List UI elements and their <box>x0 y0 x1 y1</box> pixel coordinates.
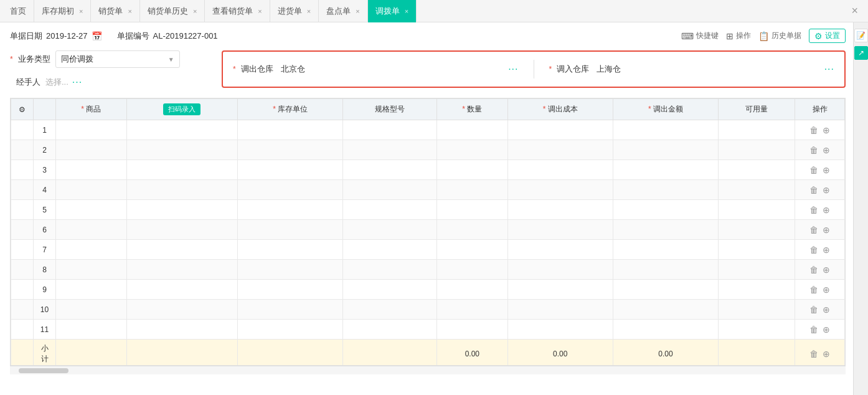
row-copy-icon[interactable]: ⊕ <box>823 265 830 275</box>
row-delete-icon[interactable]: 🗑 <box>809 245 818 255</box>
row-cost-cell[interactable] <box>507 220 613 240</box>
row-delete-icon[interactable]: 🗑 <box>809 305 818 315</box>
history-btn[interactable]: 📋 历史单据 <box>758 31 801 41</box>
shortcut-btn[interactable]: ⌨ 快捷键 <box>681 31 719 41</box>
row-cost-cell[interactable] <box>507 300 613 320</box>
tab-purchase-order-close[interactable]: × <box>307 7 311 15</box>
row-delete-icon[interactable]: 🗑 <box>809 325 818 335</box>
row-unit-cell[interactable] <box>238 300 343 320</box>
row-quantity-cell[interactable] <box>437 280 508 300</box>
operation-btn[interactable]: ⊞ 操作 <box>726 31 751 41</box>
row-copy-icon[interactable]: ⊕ <box>823 185 830 195</box>
row-copy-icon[interactable]: ⊕ <box>823 245 830 255</box>
handler-select[interactable]: 选择... ··· <box>45 74 139 90</box>
row-spec-cell[interactable] <box>343 120 437 140</box>
subtotal-delete-icon[interactable]: 🗑 <box>809 349 818 359</box>
row-product-cell[interactable] <box>56 240 127 260</box>
row-delete-icon[interactable]: 🗑 <box>809 225 818 235</box>
row-unit-cell[interactable] <box>238 140 343 160</box>
row-copy-icon[interactable]: ⊕ <box>823 225 830 235</box>
row-copy-icon[interactable]: ⊕ <box>823 125 830 135</box>
row-amount-cell[interactable] <box>613 300 718 320</box>
row-cost-cell[interactable] <box>507 260 613 280</box>
horizontal-scrollbar[interactable] <box>19 368 68 373</box>
row-amount-cell[interactable] <box>613 320 718 340</box>
row-spec-cell[interactable] <box>343 160 437 180</box>
row-cost-cell[interactable] <box>507 320 613 340</box>
row-unit-cell[interactable] <box>238 220 343 240</box>
row-cost-cell[interactable] <box>507 180 613 200</box>
row-delete-icon[interactable]: 🗑 <box>809 205 818 215</box>
row-amount-cell[interactable] <box>613 160 718 180</box>
row-cost-cell[interactable] <box>507 160 613 180</box>
settings-btn[interactable]: ⚙ 设置 <box>809 29 846 43</box>
tab-transfer-order[interactable]: 调拨单 × <box>368 0 417 22</box>
row-quantity-cell[interactable] <box>437 320 508 340</box>
row-product-cell[interactable] <box>56 180 127 200</box>
tab-inventory-init[interactable]: 库存期初 × <box>34 0 91 22</box>
row-quantity-cell[interactable] <box>437 200 508 220</box>
row-quantity-cell[interactable] <box>437 220 508 240</box>
row-copy-icon[interactable]: ⊕ <box>823 325 830 335</box>
row-product-cell[interactable] <box>56 200 127 220</box>
tab-stocktake[interactable]: 盘点单 × <box>319 0 367 22</box>
row-spec-cell[interactable] <box>343 240 437 260</box>
row-amount-cell[interactable] <box>613 120 718 140</box>
row-quantity-cell[interactable] <box>437 160 508 180</box>
row-unit-cell[interactable] <box>238 200 343 220</box>
row-unit-cell[interactable] <box>238 260 343 280</box>
transfer-in-more-icon[interactable]: ··· <box>824 64 834 75</box>
row-spec-cell[interactable] <box>343 200 437 220</box>
tab-stocktake-close[interactable]: × <box>356 7 359 15</box>
row-quantity-cell[interactable] <box>437 240 508 260</box>
tab-sales-history-close[interactable]: × <box>193 7 197 15</box>
row-unit-cell[interactable] <box>238 120 343 140</box>
right-panel-note-btn[interactable]: 📝 <box>854 29 868 42</box>
transfer-out-more-icon[interactable]: ··· <box>508 64 518 75</box>
tab-home[interactable]: 首页 <box>2 0 34 22</box>
row-quantity-cell[interactable] <box>437 300 508 320</box>
tab-purchase-order[interactable]: 进货单 × <box>270 0 319 22</box>
tab-sales-order-close[interactable]: × <box>128 7 131 15</box>
row-copy-icon[interactable]: ⊕ <box>823 285 830 295</box>
row-unit-cell[interactable] <box>238 240 343 260</box>
handler-more-icon[interactable]: ··· <box>72 77 82 88</box>
row-product-cell[interactable] <box>56 260 127 280</box>
scan-button[interactable]: 扫码录入 <box>163 103 200 115</box>
subtotal-copy-icon[interactable]: ⊕ <box>823 349 830 359</box>
th-gear[interactable]: ⚙ <box>11 99 34 120</box>
row-product-cell[interactable] <box>56 300 127 320</box>
row-spec-cell[interactable] <box>343 220 437 240</box>
tab-transfer-order-close[interactable]: × <box>405 7 408 15</box>
row-unit-cell[interactable] <box>238 180 343 200</box>
row-amount-cell[interactable] <box>613 200 718 220</box>
row-spec-cell[interactable] <box>343 140 437 160</box>
tab-inventory-init-close[interactable]: × <box>79 7 83 15</box>
row-unit-cell[interactable] <box>238 280 343 300</box>
row-copy-icon[interactable]: ⊕ <box>823 205 830 215</box>
row-cost-cell[interactable] <box>507 120 613 140</box>
row-unit-cell[interactable] <box>238 160 343 180</box>
row-copy-icon[interactable]: ⊕ <box>823 145 830 155</box>
row-delete-icon[interactable]: 🗑 <box>809 285 818 295</box>
row-quantity-cell[interactable] <box>437 140 508 160</box>
row-spec-cell[interactable] <box>343 320 437 340</box>
row-amount-cell[interactable] <box>613 260 718 280</box>
row-copy-icon[interactable]: ⊕ <box>823 305 830 315</box>
row-delete-icon[interactable]: 🗑 <box>809 145 818 155</box>
row-quantity-cell[interactable] <box>437 260 508 280</box>
row-cost-cell[interactable] <box>507 200 613 220</box>
row-delete-icon[interactable]: 🗑 <box>809 165 818 175</box>
row-cost-cell[interactable] <box>507 140 613 160</box>
row-delete-icon[interactable]: 🗑 <box>809 185 818 195</box>
row-product-cell[interactable] <box>56 320 127 340</box>
row-spec-cell[interactable] <box>343 300 437 320</box>
gear-settings-icon[interactable]: ⚙ <box>19 105 26 114</box>
row-quantity-cell[interactable] <box>437 180 508 200</box>
row-delete-icon[interactable]: 🗑 <box>809 125 818 135</box>
right-panel-export-btn[interactable]: ↗ <box>854 46 868 60</box>
row-product-cell[interactable] <box>56 220 127 240</box>
tab-sales-order[interactable]: 销货单 × <box>91 0 139 22</box>
row-spec-cell[interactable] <box>343 260 437 280</box>
row-amount-cell[interactable] <box>613 140 718 160</box>
